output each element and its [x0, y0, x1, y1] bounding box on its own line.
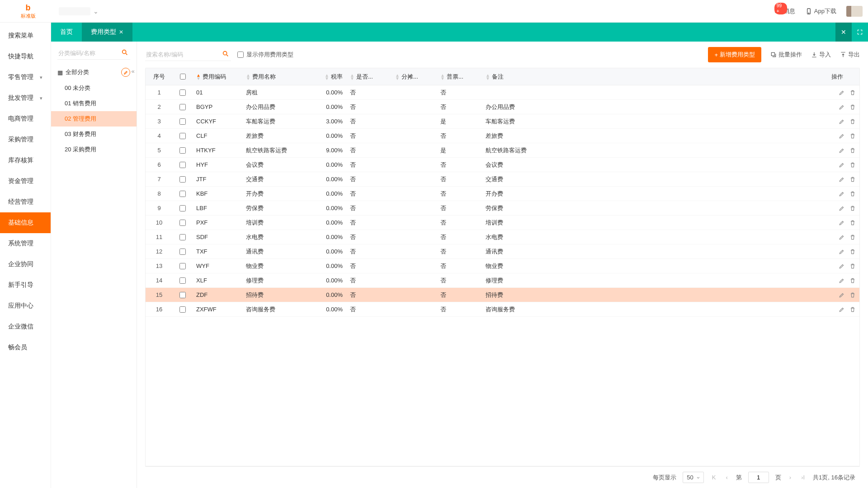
table-row[interactable]: 12TXF通讯费0.00%否否通讯费 [146, 244, 859, 259]
row-checkbox[interactable] [179, 162, 186, 168]
row-checkbox[interactable] [179, 176, 186, 183]
table-row[interactable]: 9LBF劳保费0.00%否否劳保费 [146, 201, 859, 216]
cell-check[interactable] [173, 205, 193, 211]
cell-check[interactable] [173, 104, 193, 110]
category-all[interactable]: 全部分类 [66, 68, 89, 76]
messages-button[interactable]: 99 + 消息 [774, 7, 795, 15]
cell-check[interactable] [173, 176, 193, 183]
row-edit-button[interactable] [839, 191, 845, 197]
sidebar-item-13[interactable]: 应用中心 [0, 296, 51, 316]
row-checkbox[interactable] [179, 133, 186, 139]
row-delete-button[interactable] [849, 162, 856, 168]
cell-check[interactable] [173, 263, 193, 269]
row-checkbox[interactable] [179, 220, 186, 226]
row-delete-button[interactable] [849, 292, 856, 298]
row-delete-button[interactable] [849, 249, 856, 255]
sidebar-item-8[interactable]: 经营管理 [0, 192, 51, 212]
cell-check[interactable] [173, 220, 193, 226]
col-bool[interactable]: ▲▼是否... [346, 73, 392, 81]
table-row[interactable]: 2BGYP办公用品费0.00%否否办公用品费 [146, 100, 859, 114]
sidebar-item-12[interactable]: 新手引导 [0, 275, 51, 296]
row-delete-button[interactable] [849, 277, 856, 284]
table-row[interactable]: 5HTKYF航空铁路客运费9.00%否是航空铁路客运费 [146, 143, 859, 158]
page-input[interactable] [748, 472, 769, 483]
table-row[interactable]: 8KBF开办费0.00%否否开办费 [146, 187, 859, 201]
row-edit-button[interactable] [839, 118, 845, 125]
cell-check[interactable] [173, 277, 193, 284]
app-download-button[interactable]: App下载 [805, 7, 836, 15]
cell-check[interactable] [173, 89, 193, 96]
tab-1[interactable]: 费用类型✕ [82, 23, 132, 42]
row-delete-button[interactable] [849, 176, 856, 183]
row-checkbox[interactable] [179, 292, 186, 298]
sidebar-item-3[interactable]: 批发管理▾ [0, 88, 51, 108]
show-disabled-checkbox[interactable]: 显示停用费用类型 [237, 51, 293, 59]
row-edit-button[interactable] [839, 292, 845, 298]
row-delete-button[interactable] [849, 104, 856, 110]
category-search-input[interactable] [57, 47, 130, 60]
cell-check[interactable] [173, 249, 193, 255]
show-disabled-input[interactable] [237, 52, 244, 58]
cell-check[interactable] [173, 162, 193, 168]
row-edit-button[interactable] [839, 205, 845, 211]
category-item-3[interactable]: 03 财务费用 [51, 127, 137, 142]
row-checkbox[interactable] [179, 118, 186, 125]
row-delete-button[interactable] [849, 220, 856, 226]
row-edit-button[interactable] [839, 147, 845, 154]
sidebar-item-6[interactable]: 库存核算 [0, 150, 51, 171]
sidebar-item-4[interactable]: 电商管理 [0, 108, 51, 129]
row-edit-button[interactable] [839, 263, 845, 269]
row-edit-button[interactable] [839, 234, 845, 240]
col-check[interactable] [173, 74, 193, 80]
prev-page-button[interactable]: ‹ [724, 474, 729, 481]
row-edit-button[interactable] [839, 104, 845, 110]
table-row[interactable]: 7JTF交通费0.00%否否交通费 [146, 172, 859, 187]
collapse-panel-button[interactable]: « [129, 64, 137, 78]
cell-check[interactable] [173, 306, 193, 313]
category-item-0[interactable]: 00 未分类 [51, 80, 137, 96]
table-row[interactable]: 3CCKYF车船客运费3.00%否是车船客运费 [146, 114, 859, 129]
row-delete-button[interactable] [849, 147, 856, 154]
table-row[interactable]: 13WYF物业费0.00%否否物业费 [146, 259, 859, 273]
row-edit-button[interactable] [839, 277, 845, 284]
avatar[interactable] [846, 6, 863, 17]
cell-check[interactable] [173, 133, 193, 139]
cell-check[interactable] [173, 292, 193, 298]
row-delete-button[interactable] [849, 234, 856, 240]
sidebar-item-14[interactable]: 企业微信 [0, 316, 51, 337]
close-all-tabs[interactable]: ✕ [835, 23, 852, 42]
row-checkbox[interactable] [179, 249, 186, 255]
row-edit-button[interactable] [839, 220, 845, 226]
import-button[interactable]: 导入 [811, 51, 831, 59]
row-edit-button[interactable] [839, 133, 845, 139]
add-button[interactable]: + 新增费用类型 [708, 47, 761, 62]
col-alloc[interactable]: ▲▼分摊... [392, 73, 437, 81]
sidebar-item-5[interactable]: 采购管理 [0, 129, 51, 150]
row-checkbox[interactable] [179, 89, 186, 96]
col-code[interactable]: ▲▼费用编码 [193, 73, 242, 81]
col-ticket[interactable]: ▲▼普票... [437, 73, 482, 81]
table-row[interactable]: 14XLF修理费0.00%否否修理费 [146, 273, 859, 288]
next-page-button[interactable]: › [788, 474, 793, 481]
org-dropdown[interactable]: ⌄ [59, 7, 99, 15]
row-checkbox[interactable] [179, 263, 186, 269]
cell-check[interactable] [173, 234, 193, 240]
search-icon[interactable] [222, 50, 229, 57]
cell-check[interactable] [173, 118, 193, 125]
sidebar-item-2[interactable]: 零售管理▾ [0, 67, 51, 88]
search-icon[interactable] [121, 49, 128, 56]
row-delete-button[interactable] [849, 263, 856, 269]
table-search-input[interactable] [145, 48, 231, 61]
col-rate[interactable]: ▲▼税率 [310, 73, 346, 81]
table-row[interactable]: 16ZXFWF咨询服务费0.00%否否咨询服务费 [146, 302, 859, 317]
category-item-1[interactable]: 01 销售费用 [51, 96, 137, 111]
category-item-4[interactable]: 20 采购费用 [51, 142, 137, 157]
sidebar-item-9[interactable]: 基础信息 [0, 212, 51, 233]
row-checkbox[interactable] [179, 104, 186, 110]
sidebar-item-1[interactable]: 快捷导航 [0, 46, 51, 67]
row-checkbox[interactable] [179, 147, 186, 154]
table-row[interactable]: 10PXF培训费0.00%否否培训费 [146, 216, 859, 230]
category-item-2[interactable]: 02 管理费用 [51, 111, 137, 127]
row-delete-button[interactable] [849, 306, 856, 313]
cell-check[interactable] [173, 191, 193, 197]
